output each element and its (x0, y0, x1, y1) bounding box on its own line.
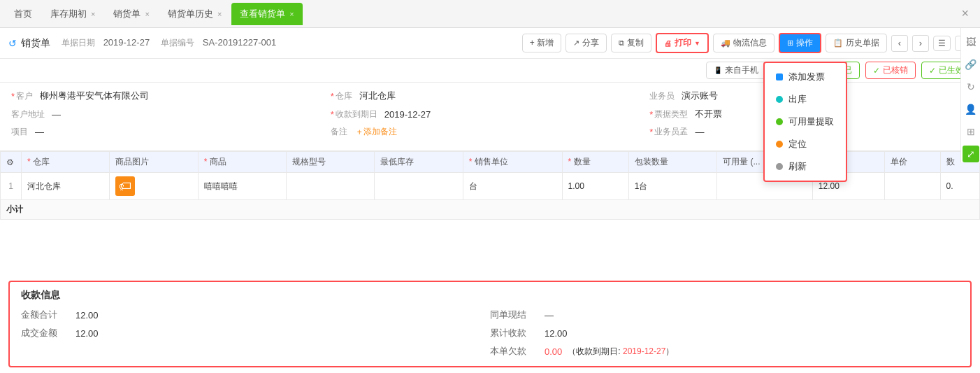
min-stock-col-header: 最低库存 (375, 152, 463, 173)
due-date-field: * 收款到期日 2019-12-27 (331, 108, 650, 120)
prev-page-button[interactable]: ‹ (891, 35, 908, 52)
sidebar-grid-icon[interactable]: ⊞ (963, 123, 979, 140)
sidebar-link-icon[interactable]: 🔗 (963, 56, 979, 73)
unit-price-col-header: 单价 (884, 152, 940, 173)
row-spec (286, 173, 374, 200)
tab-home[interactable]: 首页 (6, 3, 41, 25)
product-img-col-header: 商品图片 (110, 152, 198, 173)
payment-total-label: 金额合计 (21, 309, 70, 321)
from-phone-button[interactable]: 📱 来自手机 (706, 62, 766, 79)
tab-inventory[interactable]: 库存期初 × (42, 3, 103, 25)
product-image-icon: 🏷 (119, 179, 131, 194)
warehouse-field: * 仓库 河北仓库 (331, 90, 650, 102)
row-warehouse: 河北仓库 (22, 173, 110, 200)
refresh-dot-icon (776, 163, 783, 170)
effect-check-icon: ✓ (929, 66, 936, 76)
row-amount: 0. (940, 173, 979, 200)
order-label: 单据编号 SA-20191227-001 (161, 37, 276, 49)
tab-sales[interactable]: 销货单 × (105, 3, 157, 25)
history-icon: 📋 (833, 38, 843, 48)
copy-button[interactable]: ⧉ 复制 (611, 34, 651, 52)
add-note-button[interactable]: + 添加备注 (357, 126, 397, 138)
sidebar-image-icon[interactable]: 🖼 (963, 34, 979, 50)
tab-sales-close[interactable]: × (145, 10, 149, 18)
doc-type-label: 销货单 (21, 37, 50, 50)
row-min-stock (375, 173, 463, 200)
main-toolbar: ↺ 销货单 单据日期 2019-12-27 单据编号 SA-20191227-0… (0, 28, 980, 59)
dropdown-refresh[interactable]: 刷新 (765, 155, 846, 178)
print-dropdown-icon: ▼ (694, 40, 700, 47)
payment-owed-detail-row: 本单欠款 0.00 （收款到期日: 2019-12-27） (490, 344, 959, 359)
payment-grid: 金额合计 12.00 同单现结 — 成交金额 12.00 累计收款 12.00 … (21, 307, 959, 359)
doc-meta: 单据日期 2019-12-27 单据编号 SA-20191227-001 (62, 37, 276, 49)
subtotal-row: 小计 (1, 200, 980, 220)
dropdown-out-stock[interactable]: 出库 (765, 88, 846, 111)
available-qty-dot-icon (776, 118, 783, 125)
new-button[interactable]: + 新增 (522, 34, 561, 52)
tab-inventory-close[interactable]: × (91, 10, 95, 18)
row-sales-unit: 台 (463, 173, 562, 200)
payment-received-value: 12.00 (545, 328, 568, 339)
next-page-button[interactable]: › (912, 35, 929, 52)
tab-sales-history[interactable]: 销货单历史 × (159, 3, 230, 25)
copy-icon: ⧉ (619, 38, 624, 48)
project-field: 项目 — (11, 126, 331, 138)
payment-title: 收款信息 (21, 289, 959, 302)
sales-unit-col-header: * 销售单位 (463, 152, 562, 173)
quantity-col-header: * 数量 (562, 152, 628, 173)
payment-owed-value: 0.00 (545, 346, 562, 357)
ops-icon: ⊞ (787, 38, 793, 48)
settings-icon: ⚙ (6, 157, 14, 167)
payment-owed-row (21, 344, 490, 359)
payment-same-order-label: 同单现结 (490, 309, 539, 321)
warehouse-col-header: * 仓库 (22, 152, 110, 173)
row-product-img: 🏷 (110, 173, 198, 200)
share-icon: ↗ (573, 38, 579, 48)
payment-total-row: 金额合计 12.00 (21, 307, 490, 323)
note-field: 备注 + 添加备注 (331, 126, 650, 138)
window-close-button[interactable]: × (956, 6, 974, 21)
dropdown-locate[interactable]: 定位 (765, 133, 846, 155)
payment-owed-label: 本单欠款 (490, 345, 539, 358)
payment-section: 收款信息 金额合计 12.00 同单现结 — 成交金额 12.00 累计收款 1… (8, 281, 972, 367)
app-container: 首页 库存期初 × 销货单 × 销货单历史 × 查看销货单 × × ↺ 销货单 … (0, 0, 980, 373)
locate-dot-icon (776, 141, 783, 148)
view-toggle-list[interactable]: ☰ (933, 36, 951, 51)
payment-received-label: 累计收款 (490, 327, 539, 339)
sidebar-refresh-icon[interactable]: ↻ (963, 78, 979, 95)
ops-dropdown-menu: 添加发票 出库 可用量提取 定位 刷新 (763, 62, 847, 182)
payment-same-order-value: — (545, 310, 554, 321)
row-quantity: 1.00 (562, 173, 628, 200)
row-product: 嘻嘻嘻嘻 (198, 173, 286, 200)
payment-owed-extra: （收款到期日: 2019-12-27） (568, 346, 674, 358)
product-col-header: * 商品 (198, 152, 286, 173)
history-button[interactable]: 📋 历史单据 (826, 34, 887, 52)
tab-view-sales-close[interactable]: × (289, 10, 294, 18)
payment-received-row: 累计收款 12.00 (490, 325, 959, 341)
plus-icon: + (357, 127, 362, 137)
ops-button[interactable]: ⊞ 操作 (779, 33, 821, 53)
tab-sales-history-close[interactable]: × (217, 10, 222, 18)
subtotal-label: 小计 (1, 200, 980, 220)
truck-icon: 🚚 (721, 38, 730, 48)
sold-button[interactable]: ✓ 已核销 (865, 62, 916, 79)
share-button[interactable]: ↗ 分享 (565, 34, 607, 52)
row-unit-price (884, 173, 940, 200)
dropdown-add-invoice[interactable]: 添加发票 (765, 66, 846, 88)
toolbar-actions: + 新增 ↗ 分享 ⧉ 复制 🖨 打印 ▼ 🚚 物流信息 ⊞ 操作 (522, 33, 972, 53)
logistics-button[interactable]: 🚚 物流信息 (713, 34, 774, 52)
sidebar-user-icon[interactable]: 👤 (963, 101, 979, 118)
payment-same-order-row: 同单现结 — (490, 307, 959, 323)
dropdown-available-qty[interactable]: 可用量提取 (765, 111, 846, 133)
date-label: 单据日期 2019-12-27 (62, 37, 150, 49)
print-button[interactable]: 🖨 打印 ▼ (656, 33, 709, 53)
print-icon: 🖨 (664, 39, 672, 48)
pack-qty-col-header: 包装数量 (628, 152, 716, 173)
address-field: 客户地址 — (11, 108, 331, 120)
phone-icon: 📱 (714, 66, 722, 74)
product-image: 🏷 (115, 176, 135, 196)
sidebar-expand-icon[interactable]: ⤢ (963, 146, 979, 162)
tab-view-sales[interactable]: 查看销货单 × (231, 3, 302, 25)
out-stock-dot-icon (776, 96, 783, 103)
spec-col-header: 规格型号 (286, 152, 374, 173)
